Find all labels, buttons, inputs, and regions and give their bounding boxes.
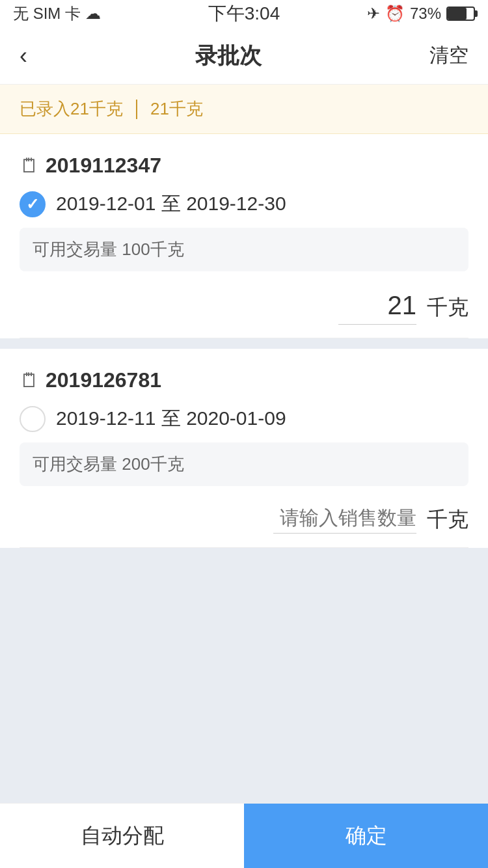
card2-amount-input[interactable]	[273, 507, 416, 529]
card2-id: 2019126781	[46, 368, 161, 392]
location-icon: ✈	[367, 5, 380, 23]
back-button[interactable]: ‹	[20, 42, 27, 70]
status-bar: 无 SIM 卡 ☁ 下午3:04 ✈ ⏰ 73%	[0, 0, 488, 27]
section-divider-1	[0, 338, 488, 349]
sim-label: 无 SIM 卡 ☁	[13, 3, 101, 24]
card1-header: 🗒 2019112347	[20, 154, 468, 178]
card1-date-row[interactable]: 2019-12-01 至 2019-12-30	[20, 191, 468, 217]
card1-amount-row: 千克	[20, 271, 468, 325]
empty-space	[0, 548, 488, 808]
card2-amount-underline	[273, 507, 416, 534]
card2-date-row[interactable]: 2019-12-11 至 2020-01-09	[20, 405, 468, 432]
battery-icon	[446, 7, 475, 21]
confirm-button[interactable]: 确定	[244, 804, 488, 868]
nav-bar: ‹ 录批次 清空	[0, 27, 488, 85]
batch-card-2: 🗒 2019126781 2019-12-11 至 2020-01-09 可用交…	[0, 349, 488, 548]
card1-amount-input[interactable]	[338, 291, 416, 320]
card1-availability: 可用交易量 100千克	[20, 228, 468, 271]
card2-header: 🗒 2019126781	[20, 368, 468, 392]
card2-amount-row: 千克	[20, 486, 468, 534]
auto-distribute-button[interactable]: 自动分配	[0, 804, 244, 868]
card2-date: 2019-12-11 至 2020-01-09	[56, 405, 286, 432]
card2-availability: 可用交易量 200千克	[20, 442, 468, 486]
card1-unit: 千克	[427, 293, 468, 322]
status-right: ✈ ⏰ 73%	[367, 5, 475, 23]
card1-icon: 🗒	[20, 155, 39, 177]
card2-unit: 千克	[427, 506, 468, 534]
clear-button[interactable]: 清空	[429, 42, 468, 69]
card1-amount-underline	[338, 291, 416, 325]
main-content: 🗒 2019112347 2019-12-01 至 2019-12-30 可用交…	[0, 134, 488, 868]
bottom-bar: 自动分配 确定	[0, 803, 488, 868]
info-label-right: 21千克	[150, 98, 203, 120]
info-label-left: 已录入21千克	[20, 98, 123, 120]
battery-percent: 73%	[410, 5, 441, 23]
card1-date: 2019-12-01 至 2019-12-30	[56, 191, 286, 217]
card2-radio[interactable]	[20, 406, 46, 432]
alarm-icon: ⏰	[385, 5, 405, 23]
card2-icon: 🗒	[20, 370, 39, 392]
info-banner: 已录入21千克 21千克	[0, 85, 488, 134]
card1-id: 2019112347	[46, 154, 161, 178]
batch-card-1: 🗒 2019112347 2019-12-01 至 2019-12-30 可用交…	[0, 134, 488, 338]
card1-radio[interactable]	[20, 191, 46, 217]
info-divider	[136, 100, 137, 119]
status-left: 无 SIM 卡 ☁	[13, 3, 101, 24]
page-title: 录批次	[195, 41, 262, 71]
status-time: 下午3:04	[208, 1, 280, 26]
